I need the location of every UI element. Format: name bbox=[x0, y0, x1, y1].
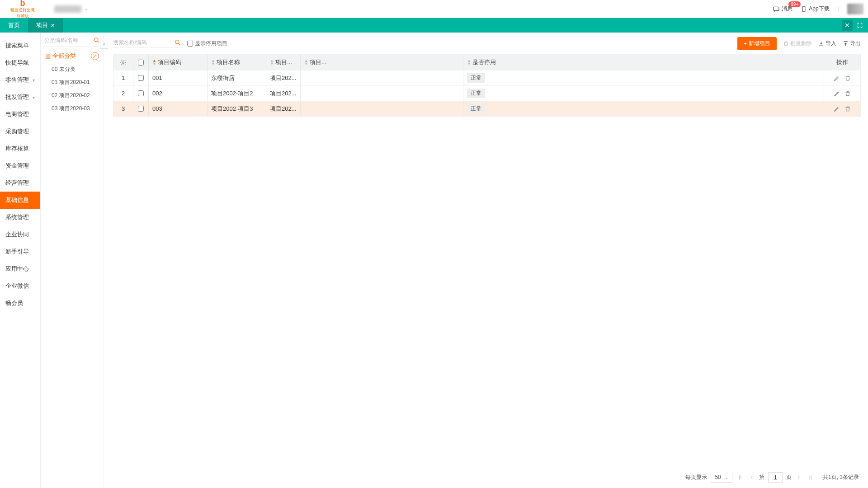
cell-name: 项目2002-项目2 bbox=[208, 86, 266, 101]
close-icon[interactable]: ✕ bbox=[51, 18, 55, 33]
search-icon[interactable] bbox=[94, 37, 100, 43]
delete-row-button[interactable] bbox=[844, 90, 851, 97]
sidebar-item-enterprise[interactable]: 企业协同 bbox=[0, 226, 40, 243]
chevron-down-icon: ⌄ bbox=[725, 475, 728, 480]
select-all-checkbox[interactable] bbox=[133, 54, 149, 70]
sidebar-item-ecommerce[interactable]: 电商管理 bbox=[0, 106, 40, 123]
edit-row-button[interactable] bbox=[834, 90, 840, 97]
row-index: 1 bbox=[113, 70, 133, 85]
logo: b 畅捷通好生意 标准版 bbox=[5, 0, 41, 19]
sidebar-item-quicknav[interactable]: 快捷导航 bbox=[0, 54, 40, 71]
page-last-button[interactable]: ›| bbox=[806, 473, 815, 481]
col-header-code[interactable]: ▲▼项目编码 bbox=[149, 54, 208, 70]
sidebar-item-guide[interactable]: 新手引导 bbox=[0, 243, 40, 260]
topbar: b 畅捷通好生意 标准版 ⌄ 消息 99+ App下载 | bbox=[0, 0, 868, 18]
category-item[interactable]: 02 项目2020-02 bbox=[50, 89, 100, 102]
cell-actions bbox=[824, 86, 860, 101]
svg-point-2 bbox=[94, 38, 98, 42]
sidebar-item-appcenter[interactable]: 应用中心 bbox=[0, 260, 40, 277]
svg-point-4 bbox=[123, 61, 124, 63]
sidebar-item-funds[interactable]: 资金管理 bbox=[0, 157, 40, 174]
list-icon: ▥ bbox=[45, 53, 51, 60]
add-project-button[interactable]: + 新增项目 bbox=[737, 37, 777, 50]
app-download-button[interactable]: App下载 bbox=[801, 5, 829, 13]
edit-category-icon[interactable] bbox=[91, 52, 99, 60]
category-item[interactable]: 00 未分类 bbox=[50, 63, 100, 76]
collapse-panel-button[interactable]: « bbox=[100, 39, 108, 49]
search-icon[interactable] bbox=[175, 39, 181, 46]
cell-status: 正常 bbox=[463, 86, 824, 101]
gear-icon bbox=[120, 59, 127, 66]
trash-icon bbox=[783, 41, 789, 47]
caret-icon: ▾ bbox=[33, 78, 35, 83]
phone-icon bbox=[801, 6, 807, 12]
toolbar: 显示停用项目 + 新增项目 批量删除 导入 bbox=[113, 37, 861, 50]
edit-row-button[interactable] bbox=[834, 75, 840, 81]
search-input[interactable] bbox=[113, 39, 175, 46]
table-row[interactable]: 2002项目2002-项目2项目202...正常 bbox=[113, 86, 860, 101]
sidebar-item-wholesale[interactable]: 批发管理▾ bbox=[0, 89, 40, 106]
cell-type bbox=[301, 70, 463, 85]
edit-row-button[interactable] bbox=[834, 106, 840, 112]
category-panel: ▥ 全部分类 00 未分类 01 项目2020-01 02 项目2020-02 … bbox=[41, 33, 104, 488]
per-page-select[interactable]: 50 ⌄ bbox=[711, 472, 732, 483]
cell-type bbox=[301, 101, 463, 116]
export-icon bbox=[843, 41, 849, 47]
project-table: ▲▼项目编码 ▲▼项目名称 ▲▼项目... ▲▼项目... ▲▼是否停用 操作 … bbox=[113, 54, 861, 117]
user-avatar[interactable] bbox=[847, 4, 863, 14]
tab-close-all-button[interactable]: ✕ bbox=[842, 20, 853, 31]
table-row[interactable]: 3003项目2002-项目3项目202...正常 bbox=[113, 101, 860, 117]
category-item[interactable]: 03 项目2020-03 bbox=[50, 102, 100, 115]
cell-category: 项目202... bbox=[266, 86, 301, 101]
cell-name: 东楼街店 bbox=[208, 70, 266, 85]
col-header-type[interactable]: ▲▼项目... bbox=[301, 54, 463, 70]
page-summary: 共1页, 3条记录 bbox=[823, 474, 859, 481]
sidebar-item-retail[interactable]: 零售管理▾ bbox=[0, 71, 40, 89]
col-header-category[interactable]: ▲▼项目... bbox=[266, 54, 301, 70]
cell-status: 正常 bbox=[463, 101, 824, 116]
sidebar-item-business[interactable]: 经营管理 bbox=[0, 174, 40, 192]
row-checkbox[interactable] bbox=[133, 86, 149, 101]
import-icon bbox=[818, 41, 824, 47]
export-button[interactable]: 导出 bbox=[843, 40, 861, 47]
sidebar-item-member[interactable]: 畅会员 bbox=[0, 295, 40, 312]
page-next-button[interactable]: › bbox=[795, 473, 802, 481]
import-button[interactable]: 导入 bbox=[818, 40, 836, 47]
sidebar-item-purchase[interactable]: 采购管理 bbox=[0, 123, 40, 140]
col-header-status[interactable]: ▲▼是否停用 bbox=[463, 54, 824, 70]
cell-status: 正常 bbox=[463, 70, 824, 85]
table-settings-button[interactable] bbox=[113, 54, 133, 70]
fullscreen-button[interactable] bbox=[854, 20, 865, 31]
col-header-name[interactable]: ▲▼项目名称 bbox=[208, 54, 266, 70]
batch-delete-button[interactable]: 批量删除 bbox=[783, 40, 812, 47]
sidebar-item-inventory[interactable]: 库存核算 bbox=[0, 140, 40, 157]
category-search-input[interactable] bbox=[44, 37, 94, 43]
page-input[interactable] bbox=[768, 472, 783, 483]
cell-code: 003 bbox=[149, 101, 208, 116]
delete-row-button[interactable] bbox=[844, 106, 851, 112]
tab-project[interactable]: 项目 ✕ bbox=[28, 18, 63, 33]
page-prev-button[interactable]: ‹ bbox=[748, 473, 755, 481]
sidebar-item-search[interactable]: 搜索菜单 bbox=[0, 37, 40, 54]
row-checkbox[interactable] bbox=[133, 70, 149, 85]
category-item[interactable]: 01 项目2020-01 bbox=[50, 76, 100, 89]
row-checkbox[interactable] bbox=[133, 101, 149, 116]
messages-button[interactable]: 消息 99+ bbox=[773, 5, 793, 13]
sidebar-item-basicinfo[interactable]: 基础信息 bbox=[0, 192, 40, 209]
col-header-action: 操作 bbox=[824, 54, 860, 70]
tab-home[interactable]: 首页 bbox=[0, 18, 28, 33]
cell-name: 项目2002-项目3 bbox=[208, 101, 266, 116]
delete-row-button[interactable] bbox=[844, 75, 851, 81]
category-all[interactable]: ▥ 全部分类 bbox=[44, 49, 100, 63]
show-disabled-checkbox[interactable]: 显示停用项目 bbox=[187, 40, 227, 47]
sidebar-item-system[interactable]: 系统管理 bbox=[0, 209, 40, 226]
message-icon bbox=[773, 5, 780, 13]
messages-badge: 99+ bbox=[788, 1, 801, 7]
company-selector[interactable]: ⌄ bbox=[54, 5, 88, 13]
caret-icon: ▾ bbox=[33, 95, 35, 100]
sidebar-item-wechat[interactable]: 企业微信 bbox=[0, 277, 40, 295]
cell-code: 001 bbox=[149, 70, 208, 85]
table-row[interactable]: 1001东楼街店项目202...正常 bbox=[113, 70, 860, 86]
page-first-button[interactable]: |‹ bbox=[736, 473, 745, 481]
cell-category: 项目202... bbox=[266, 70, 301, 85]
